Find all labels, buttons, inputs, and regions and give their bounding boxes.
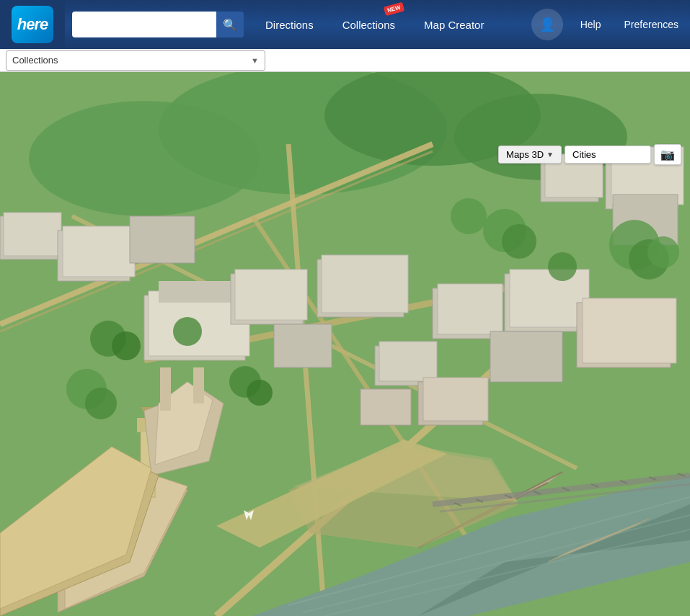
dropdown-arrow-icon: ▼ (251, 56, 259, 65)
maps3d-dropdown-icon: ▼ (547, 151, 554, 159)
svg-rect-36 (160, 367, 171, 411)
svg-point-3 (29, 101, 260, 216)
user-icon: 👤 (539, 17, 555, 32)
svg-rect-41 (235, 269, 307, 320)
svg-rect-55 (63, 226, 135, 277)
streetview-icon: 📷 (660, 148, 675, 161)
svg-rect-53 (4, 213, 61, 256)
svg-rect-37 (193, 367, 204, 403)
streetview-button[interactable]: 📷 (654, 144, 681, 165)
nav-item-directions[interactable]: Directions (251, 0, 328, 49)
svg-point-68 (85, 388, 117, 419)
help-button[interactable]: Help (569, 0, 613, 49)
svg-point-65 (247, 380, 273, 406)
svg-point-66 (173, 317, 202, 346)
preferences-button[interactable]: Preferences (613, 0, 690, 49)
cities-button[interactable]: Cities (565, 146, 651, 164)
svg-rect-58 (379, 342, 437, 381)
nav-items: Directions Collections NEW Map Creator (251, 0, 526, 49)
sign-in-button[interactable]: 👤 (531, 9, 563, 40)
svg-rect-44 (274, 324, 332, 367)
svg-point-72 (548, 252, 577, 281)
svg-point-71 (451, 198, 487, 234)
new-badge: NEW (384, 2, 404, 16)
svg-rect-43 (322, 255, 408, 313)
svg-rect-28 (159, 281, 238, 303)
subheader: Collections ▼ (0, 49, 690, 72)
search-icon: 🔍 (223, 18, 237, 32)
nav-item-map-creator[interactable]: Map Creator (410, 0, 498, 49)
maps-3d-button[interactable]: Maps 3D ▼ (498, 146, 562, 164)
map-controls: Maps 3D ▼ Cities 📷 (498, 144, 681, 165)
nav-item-collections[interactable]: Collections NEW (328, 0, 410, 49)
here-logo[interactable]: here (12, 6, 53, 43)
svg-point-70 (502, 224, 536, 259)
logo-area: here (0, 0, 65, 49)
svg-rect-56 (130, 216, 195, 263)
svg-rect-46 (438, 284, 503, 334)
svg-rect-51 (583, 298, 676, 363)
svg-point-75 (647, 236, 679, 268)
main-header: here 🔍 Directions Collections NEW Map Cr… (0, 0, 690, 49)
svg-rect-61 (423, 378, 488, 421)
collections-dropdown[interactable]: Collections ▼ (6, 50, 265, 71)
map-area[interactable]: Maps 3D ▼ Cities 📷 (0, 72, 690, 616)
svg-rect-59 (361, 389, 411, 425)
right-nav: 👤 Help Preferences (526, 0, 690, 49)
search-area: 🔍 (72, 12, 244, 37)
search-button[interactable]: 🔍 (216, 12, 244, 37)
svg-point-63 (112, 331, 141, 360)
search-input[interactable] (72, 12, 216, 37)
svg-rect-49 (490, 331, 562, 382)
